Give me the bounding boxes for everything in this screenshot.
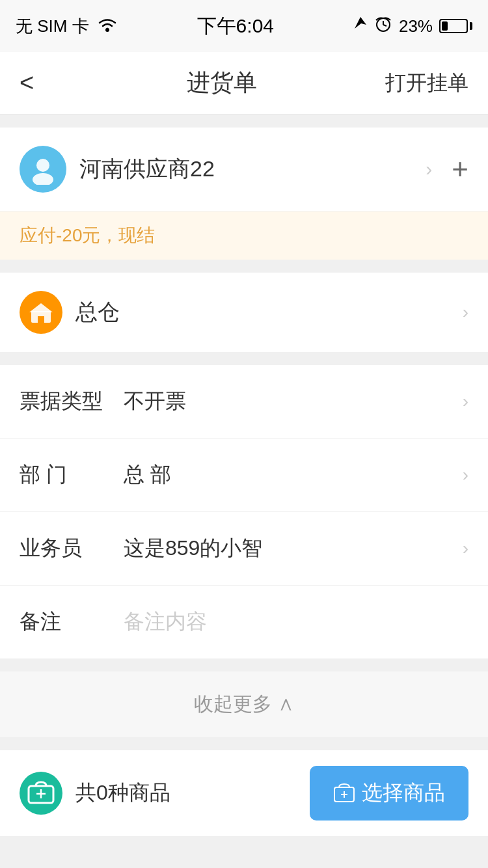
section-divider-1 [0,115,488,128]
remark-label: 备注 [20,608,124,636]
supplier-avatar [20,146,66,193]
department-row[interactable]: 部 门 总 部 › [0,439,488,512]
warehouse-icon [20,291,62,334]
warehouse-name: 总仓 [75,297,463,327]
wifi-icon [97,16,118,37]
battery-percent: 23% [399,16,433,36]
supplier-name: 河南供应商22 [79,154,426,184]
product-count: 共0种商品 [75,779,310,807]
svg-line-3 [383,25,386,26]
department-arrow-icon: › [463,465,468,485]
collapse-button[interactable]: 收起更多 ∧ [0,671,488,737]
warehouse-section: 总仓 › [0,273,488,352]
warehouse-arrow-icon: › [463,302,468,323]
battery-icon [439,19,472,33]
salesperson-row[interactable]: 业务员 这是859的小智 › [0,512,488,586]
open-pending-button[interactable]: 打开挂单 [385,69,468,98]
supplier-arrow-icon: › [426,158,432,180]
invoice-type-arrow-icon: › [463,391,468,412]
invoice-type-label: 票据类型 [20,387,124,416]
invoice-type-row[interactable]: 票据类型 不开票 › [0,365,488,439]
department-label: 部 门 [20,461,124,489]
status-left: 无 SIM 卡 [16,15,118,38]
salesperson-value: 这是859的小智 [124,534,463,563]
alarm-icon [374,15,392,38]
nav-bar: < 进货单 打开挂单 [0,52,488,115]
salesperson-arrow-icon: › [463,538,468,559]
svg-rect-8 [38,316,44,323]
select-product-label: 选择商品 [362,779,445,807]
collapse-label: 收起更多 ∧ [194,691,293,718]
invoice-type-value: 不开票 [124,387,463,416]
form-section: 票据类型 不开票 › 部 门 总 部 › 业务员 这是859的小智 › 备注 备… [0,365,488,658]
alert-banner: 应付-20元，现结 [0,211,488,260]
svg-point-4 [36,159,49,172]
add-supplier-button[interactable]: + [452,153,468,185]
supplier-row[interactable]: 河南供应商22 › + [0,128,488,211]
location-icon [353,16,368,37]
section-divider-2 [0,260,488,273]
carrier-text: 无 SIM 卡 [16,15,89,38]
product-icon [20,772,62,815]
svg-point-0 [105,28,109,32]
svg-point-5 [33,173,53,185]
status-bar: 无 SIM 卡 下午6:04 23% [0,0,488,52]
select-product-button[interactable]: 选择商品 [310,766,468,821]
status-time: 下午6:04 [197,13,274,40]
back-button[interactable]: < [20,69,59,97]
svg-marker-7 [29,303,53,312]
status-right: 23% [353,15,472,38]
warehouse-row[interactable]: 总仓 › [0,273,488,352]
salesperson-label: 业务员 [20,534,124,563]
page-background [0,836,488,868]
department-value: 总 部 [124,461,463,489]
product-bar: 共0种商品 选择商品 [0,750,488,836]
page-title: 进货单 [187,67,257,99]
remark-row[interactable]: 备注 备注内容 [0,586,488,658]
remark-input[interactable]: 备注内容 [124,608,468,636]
supplier-section: 河南供应商22 › + 应付-20元，现结 [0,128,488,260]
